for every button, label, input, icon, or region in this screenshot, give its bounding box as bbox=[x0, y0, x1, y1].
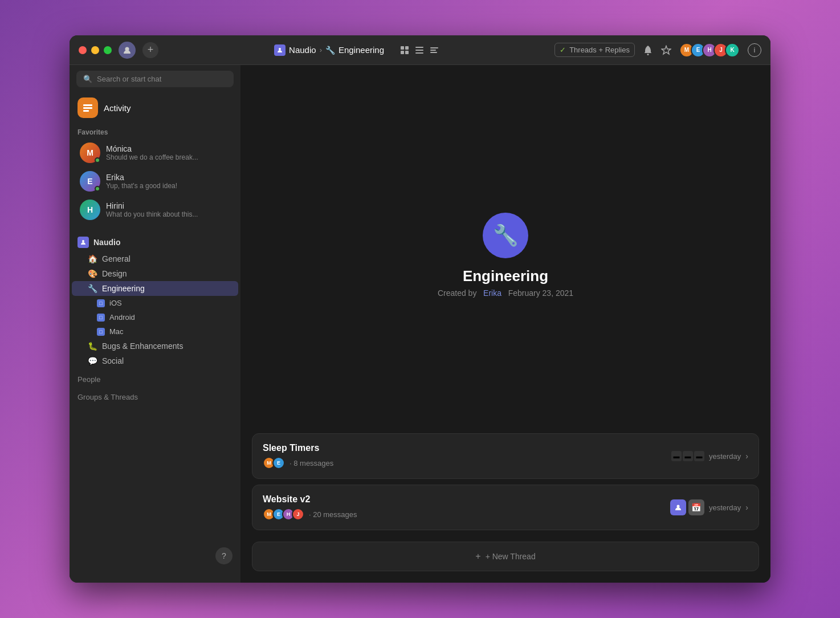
favorite-monica[interactable]: M Mónica Should we do a coffee break... bbox=[72, 139, 238, 167]
mac-label: Mac bbox=[109, 327, 124, 336]
activity-label: Activity bbox=[104, 103, 131, 113]
channel-engineering[interactable]: 🔧 Engineering bbox=[72, 281, 238, 296]
svg-rect-3 bbox=[405, 46, 409, 50]
svg-rect-9 bbox=[430, 47, 438, 48]
svg-rect-14 bbox=[83, 104, 92, 106]
monica-info: Mónica Should we do a coffee break... bbox=[106, 144, 230, 161]
svg-point-17 bbox=[82, 240, 84, 242]
monica-name: Mónica bbox=[106, 144, 230, 153]
breadcrumb: Naudio › 🔧 Engineering bbox=[274, 44, 384, 56]
titlebar: + Naudio › 🔧 Engineering bbox=[70, 35, 770, 65]
groups-threads-section[interactable]: Groups & Threads bbox=[70, 386, 240, 404]
user-avatar[interactable] bbox=[119, 42, 136, 59]
maximize-button[interactable] bbox=[104, 46, 112, 54]
workspace-header[interactable]: Naudio bbox=[70, 233, 240, 251]
plus-icon: + bbox=[475, 551, 480, 562]
star-icon[interactable] bbox=[661, 45, 671, 55]
main-layout: 🔍 Search or start chat Activity Favorite… bbox=[70, 65, 770, 583]
list-view-icon[interactable] bbox=[415, 46, 424, 55]
check-icon: ✓ bbox=[560, 46, 566, 54]
website-v2-count: · 20 messages bbox=[309, 510, 357, 519]
sleep-timers-info: Sleep Timers M E · 8 messages bbox=[263, 443, 664, 469]
indicator-2: ▬ bbox=[683, 451, 693, 461]
workspace-logo-icon bbox=[274, 44, 286, 56]
channel-general[interactable]: 🏠 General bbox=[72, 251, 238, 266]
threads-list: Sleep Timers M E · 8 messages ▬ ▬ bbox=[240, 433, 770, 542]
subchannel-mac[interactable]: □ Mac bbox=[72, 324, 238, 339]
website-v2-meta: M E H J · 20 messages bbox=[263, 508, 663, 521]
threads-replies-button[interactable]: ✓ Threads + Replies bbox=[554, 43, 635, 57]
social-icon: 💬 bbox=[88, 356, 97, 365]
favorite-erika[interactable]: E Erika Yup, that's a good idea! bbox=[72, 167, 238, 196]
menu-icon[interactable] bbox=[430, 46, 439, 55]
erika-name: Erika bbox=[106, 173, 230, 182]
website-v2-title: Website v2 bbox=[263, 494, 663, 505]
people-section[interactable]: People bbox=[70, 368, 240, 386]
design-label: Design bbox=[102, 269, 127, 278]
channel-bugs[interactable]: 🐛 Bugs & Enhancements bbox=[72, 339, 238, 353]
thread-av-2: E bbox=[272, 457, 285, 469]
website-v2-indicators: 📅 bbox=[670, 499, 704, 515]
svg-rect-10 bbox=[430, 50, 436, 51]
subchannel-ios[interactable]: □ iOS bbox=[72, 296, 238, 310]
indicator-1: ▬ bbox=[671, 451, 682, 461]
social-label: Social bbox=[102, 356, 124, 365]
workspace-section: Naudio 🏠 General 🎨 Design 🔧 Engineering bbox=[70, 233, 240, 368]
channel-design[interactable]: 🎨 Design bbox=[72, 266, 238, 281]
main-content: 🔧 Engineering Created by Erika February … bbox=[240, 65, 770, 583]
member-avatar-5: K bbox=[725, 43, 740, 58]
add-button[interactable]: + bbox=[142, 42, 158, 58]
svg-rect-4 bbox=[401, 51, 404, 54]
grid-view-icon[interactable] bbox=[400, 46, 409, 55]
subchannel-android[interactable]: □ Android bbox=[72, 310, 238, 324]
info-icon[interactable]: i bbox=[748, 43, 761, 57]
search-bar[interactable]: 🔍 Search or start chat bbox=[76, 71, 234, 87]
ios-icon: □ bbox=[97, 299, 105, 307]
monica-preview: Should we do a coffee break... bbox=[106, 153, 230, 161]
member-avatars[interactable]: M E H J K bbox=[679, 43, 740, 58]
traffic-lights bbox=[79, 46, 112, 54]
activity-item[interactable]: Activity bbox=[70, 93, 240, 123]
channel-hero-meta: Created by Erika February 23, 2021 bbox=[438, 288, 573, 298]
new-thread-button[interactable]: + + New Thread bbox=[252, 542, 759, 571]
svg-point-12 bbox=[647, 54, 649, 55]
svg-rect-5 bbox=[405, 51, 409, 54]
svg-rect-15 bbox=[83, 107, 92, 109]
website-v2-avatars: M E H J bbox=[263, 508, 304, 521]
svg-point-1 bbox=[279, 48, 281, 50]
svg-rect-6 bbox=[415, 47, 423, 48]
ios-label: iOS bbox=[109, 299, 122, 307]
favorite-hirini[interactable]: H Hirini What do you think about this... bbox=[72, 196, 238, 224]
svg-rect-7 bbox=[415, 50, 423, 51]
channel-hero-icon: 🔧 bbox=[483, 213, 528, 258]
thread-sleep-timers[interactable]: Sleep Timers M E · 8 messages ▬ ▬ bbox=[252, 433, 759, 479]
website-v2-time-area: 📅 yesterday › bbox=[670, 499, 748, 515]
erika-avatar: E bbox=[80, 171, 100, 192]
notifications-icon[interactable] bbox=[643, 45, 653, 55]
favorites-header: Favorites bbox=[70, 123, 240, 139]
hirini-preview: What do you think about this... bbox=[106, 210, 230, 218]
svg-point-18 bbox=[676, 505, 679, 508]
sleep-timers-indicators: ▬ ▬ ▬ bbox=[671, 451, 704, 461]
channel-icon: 🔧 bbox=[325, 46, 335, 55]
indicator-3: ▬ bbox=[694, 451, 704, 461]
thread-av-w4: J bbox=[292, 508, 304, 521]
general-label: General bbox=[102, 254, 131, 263]
sleep-timers-avatars: M E bbox=[263, 457, 285, 469]
monica-avatar: M bbox=[80, 143, 100, 163]
view-toggles bbox=[400, 46, 439, 55]
close-button[interactable] bbox=[79, 46, 87, 54]
sleep-timers-title: Sleep Timers bbox=[263, 443, 664, 453]
minimize-button[interactable] bbox=[91, 46, 99, 54]
creator-name: Erika bbox=[483, 288, 501, 298]
workspace-logo bbox=[78, 237, 89, 248]
svg-marker-13 bbox=[662, 46, 671, 54]
design-icon: 🎨 bbox=[88, 269, 97, 278]
sidebar-footer: ? bbox=[70, 540, 240, 571]
website-v2-time: yesterday bbox=[709, 503, 741, 512]
help-button[interactable]: ? bbox=[215, 547, 233, 564]
channel-social[interactable]: 💬 Social bbox=[72, 353, 238, 368]
erika-info: Erika Yup, that's a good idea! bbox=[106, 173, 230, 190]
sidebar: 🔍 Search or start chat Activity Favorite… bbox=[70, 65, 240, 583]
thread-website-v2[interactable]: Website v2 M E H J · 20 messages bbox=[252, 485, 759, 530]
